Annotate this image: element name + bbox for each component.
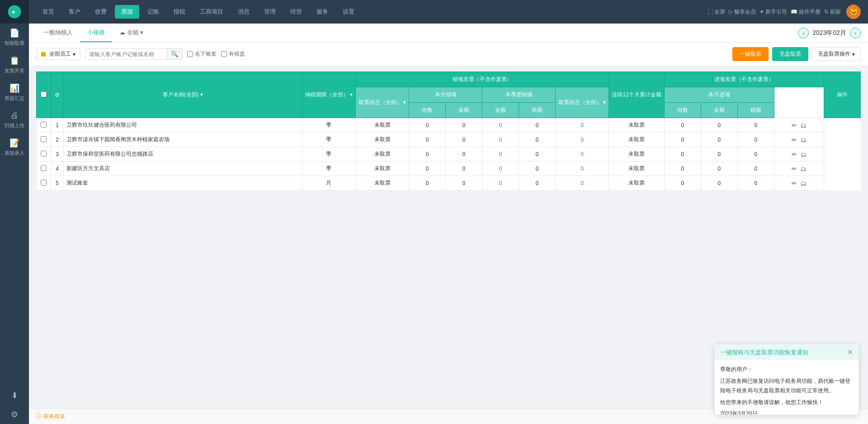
new-guide-btn[interactable]: ✦ 新手引导 (760, 8, 787, 16)
sidebar-item-shuju[interactable]: 📝 票据录入 (0, 133, 29, 161)
row-s12-link[interactable]: 0 (580, 166, 584, 172)
row-s12-link[interactable]: 0 (580, 180, 584, 186)
row-sq-amount-link[interactable]: 0 (499, 137, 502, 143)
col-ops-header: 操作 (824, 72, 860, 118)
search-wrap: 🔍 (85, 48, 183, 60)
subtab-xiaoguimo[interactable]: 小规模 (80, 24, 112, 42)
prev-period-button[interactable]: ‹ (798, 28, 809, 38)
row-checkbox[interactable] (41, 122, 47, 128)
nav-gongshang[interactable]: 工商项目 (193, 5, 230, 19)
subtab-yiban[interactable]: 一般纳税人 (36, 24, 80, 42)
mingxia-checkbox[interactable] (187, 51, 193, 57)
wupan-ops-button[interactable]: 无盘取票操作 ▾ (812, 47, 861, 61)
view-icon[interactable]: 🗂 (800, 151, 807, 158)
nav-xiaoxi[interactable]: 消息 (231, 5, 256, 19)
svg-text:✦: ✦ (11, 9, 16, 16)
row-tax-period: 季 (302, 162, 355, 176)
col-im-amount: 金额 (701, 103, 737, 118)
row-checkbox[interactable] (41, 136, 47, 142)
select-all-checkbox[interactable] (41, 91, 47, 97)
row-s12-amount: 0 (556, 133, 609, 147)
row-im-amount: 0 (701, 147, 737, 162)
yijian-qupiao-button[interactable]: 一键取票 (732, 47, 769, 61)
row-sq-amount-link[interactable]: 0 (499, 151, 502, 157)
row-im-amount: 0 (701, 133, 737, 147)
view-icon[interactable]: 🗂 (800, 122, 807, 129)
row-s12-link[interactable]: 0 (580, 137, 584, 143)
col-customer-header: 客户名称(全部) ▾ (64, 72, 302, 118)
wupan-qupiao-button[interactable]: 无盘取票 (772, 47, 808, 61)
nav-piaoju[interactable]: 票据 (115, 5, 139, 19)
nav-home[interactable]: 首页 (36, 5, 61, 19)
search-input[interactable] (85, 49, 167, 59)
edit-icon[interactable]: ✏ (792, 165, 797, 172)
mingxia-checkbox-label[interactable]: 名下账套 (187, 50, 217, 58)
row-checkbox[interactable] (41, 180, 47, 186)
row-im-amount: 0 (701, 176, 737, 191)
subtab-quanbu[interactable]: ☁ 全能 ▾ (112, 24, 151, 42)
row-checkbox-cell (37, 162, 51, 176)
fapiao-icon: 📋 (9, 56, 19, 66)
row-customer: 新建区方方文具店 (64, 162, 302, 176)
edit-icon[interactable]: ✏ (792, 122, 797, 129)
fullscreen-btn[interactable]: ⛶ 全屏 (708, 8, 725, 16)
piaohui-icon: 📊 (9, 83, 19, 93)
col-input-status-header: 取票状态（全部） ▾ (556, 87, 609, 118)
row-tax-period: 季 (302, 133, 355, 147)
edit-icon[interactable]: ✏ (792, 151, 797, 158)
manual-btn[interactable]: 📖 操作手册 (791, 8, 821, 16)
nav-baoshui[interactable]: 报税 (167, 5, 192, 19)
row-sq-amount-link[interactable]: 0 (499, 166, 502, 172)
period-display: 2023年02月 (812, 29, 846, 37)
invoice-table: ⚙ 客户名称(全部) ▾ 纳税期限（全部） ▾ 销项发票（不含作废票） 连续12… (36, 71, 861, 191)
refresh-btn[interactable]: ↻ 刷新 (824, 8, 841, 16)
nav-jingying[interactable]: 经营 (284, 5, 308, 19)
row-actions: ✏ 🗂 (774, 118, 824, 133)
youshui-checkbox[interactable] (221, 51, 227, 57)
table-row: 3 卫辉市保和堂医药有限公司忠顿路店 季 未取票 0 0 0 0 0 未取票 0… (37, 147, 861, 162)
row-s12-link[interactable]: 0 (580, 122, 584, 129)
youshui-checkbox-label[interactable]: 有税盘 (221, 50, 245, 58)
edit-icon[interactable]: ✏ (792, 180, 797, 187)
row-num: 4 (51, 162, 64, 176)
nav-fuwu[interactable]: 服务 (310, 5, 335, 19)
view-icon[interactable]: 🗂 (800, 136, 807, 143)
nav-jizhang[interactable]: 记账 (141, 5, 165, 19)
edit-icon[interactable]: ✏ (792, 136, 797, 143)
row-sq-tax: 0 (519, 162, 556, 176)
sidebar-item-settings[interactable]: ⚙ (0, 405, 29, 424)
row-sq-amount-link[interactable]: 0 (499, 122, 502, 129)
row-input-status: 未取票 (609, 162, 664, 176)
row-s12-link[interactable]: 0 (580, 151, 584, 157)
sidebar-item-download[interactable]: ⬇ (0, 386, 29, 405)
table-row: 5 测试账套 月 未取票 0 0 0 0 0 未取票 0 0 0 ✏ 🗂 (37, 176, 861, 191)
view-icon[interactable]: 🗂 (800, 180, 807, 187)
row-sq-amount: 0 (482, 176, 519, 191)
row-sales-status: 未取票 (355, 118, 409, 133)
sidebar-item-zhideng[interactable]: 📄 智能取票 (0, 24, 29, 51)
nav-shezhi[interactable]: 设置 (336, 5, 361, 19)
col-sales-status-header: 取票状态（全部） ▾ (355, 87, 409, 118)
row-checkbox[interactable] (41, 151, 47, 157)
view-icon[interactable]: 🗂 (800, 165, 807, 172)
row-im-tax: 0 (737, 147, 774, 162)
member-btn[interactable]: ▷ 畅享会员 (729, 8, 756, 16)
row-checkbox-cell (37, 133, 51, 147)
row-sq-amount-link[interactable]: 0 (499, 180, 502, 186)
notification-header: 一键报税与无盘取票功能恢复通知 ✕ (715, 344, 859, 360)
employee-select[interactable]: 全部员工 ▾ (36, 48, 80, 60)
row-checkbox[interactable] (41, 165, 47, 171)
nav-customer[interactable]: 客户 (62, 5, 87, 19)
sidebar-item-piaohui[interactable]: 📊 票据汇总 (0, 79, 29, 106)
col-sq-tax: 税额 (519, 103, 556, 118)
footer-label[interactable]: 税务政策 (43, 413, 65, 420)
next-period-button[interactable]: › (850, 28, 861, 38)
sidebar-item-fapiao[interactable]: 📋 发票开具 (0, 51, 29, 79)
user-avatar[interactable]: 🐱 (846, 5, 861, 19)
nav-guanli[interactable]: 管理 (258, 5, 282, 19)
search-button[interactable]: 🔍 (167, 49, 182, 59)
notification-close-button[interactable]: ✕ (847, 348, 853, 357)
sidebar-item-saomiao[interactable]: 🖨 扫描上传 (0, 106, 29, 133)
nav-shoufei[interactable]: 收费 (89, 5, 113, 19)
row-sq-tax: 0 (519, 133, 556, 147)
